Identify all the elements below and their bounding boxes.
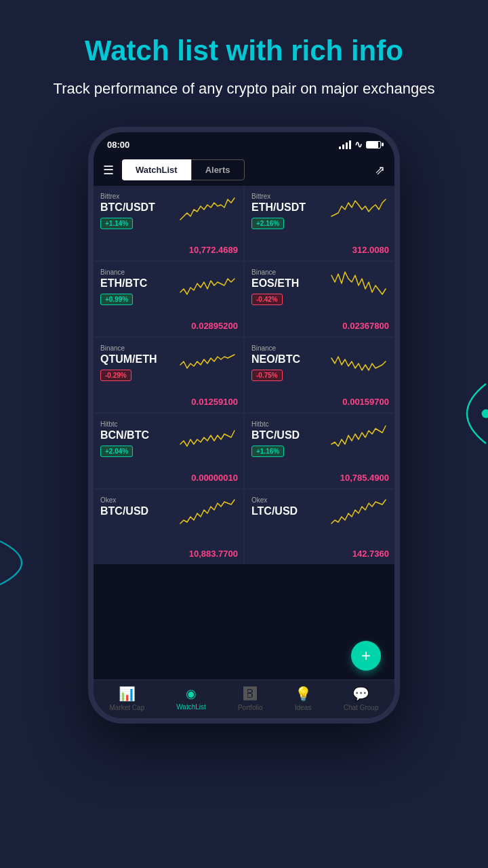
market-cap-label: Market Cap [110, 704, 145, 711]
nav-chat-group[interactable]: 💬 Chat Group [344, 686, 379, 711]
crypto-grid: Bittrex BTC/USDT +1.14% 10,772.4689 Bitt… [94, 186, 394, 564]
watchlist-icon: ◉ [186, 686, 197, 701]
price-value: 0.02895200 [191, 321, 238, 331]
ideas-label: Ideas [295, 704, 311, 711]
nav-portfolio[interactable]: 🅱 Portfolio [238, 686, 263, 711]
hamburger-menu[interactable]: ☰ [103, 163, 114, 178]
price-value: 10,785.4900 [340, 473, 389, 483]
sparkline-chart [177, 193, 238, 223]
sparkline-chart [328, 344, 389, 375]
crypto-card[interactable]: Binance NEO/BTC -0.75% 0.00159700 [245, 338, 394, 412]
crypto-card[interactable]: Okex BTC/USD 10,883.7700 [94, 490, 243, 564]
battery-icon [366, 141, 381, 149]
chat-label: Chat Group [344, 704, 379, 711]
crypto-card[interactable]: Binance QTUM/ETH -0.29% 0.01259100 [94, 338, 243, 412]
ideas-icon: 💡 [295, 686, 312, 702]
sparkline-chart [328, 420, 389, 451]
change-badge: +0.99% [100, 294, 133, 305]
bottom-navigation: 📊 Market Cap ◉ WatchList 🅱 Portfolio 💡 I… [94, 679, 394, 718]
svg-point-0 [482, 410, 488, 418]
price-value: 0.00000010 [191, 473, 238, 483]
page-subtitle: Track performance of any crypto pair on … [27, 79, 461, 100]
nav-market-cap[interactable]: 📊 Market Cap [110, 686, 145, 711]
change-badge: +1.16% [251, 446, 284, 457]
expand-button[interactable]: ⇗ [375, 163, 385, 178]
page-title: Watch list with rich info [27, 34, 461, 68]
crypto-grid-container: Bittrex BTC/USDT +1.14% 10,772.4689 Bitt… [94, 186, 394, 679]
tab-alerts[interactable]: Alerts [191, 159, 245, 180]
price-value: 0.02367800 [342, 321, 389, 331]
crypto-card[interactable]: Hitbtc BCN/BTC +2.04% 0.00000010 [94, 414, 243, 488]
price-value: 10,883.7700 [189, 549, 238, 559]
change-badge: -0.75% [251, 370, 283, 381]
chat-icon: 💬 [352, 686, 369, 702]
crypto-card[interactable]: Bittrex BTC/USDT +1.14% 10,772.4689 [94, 186, 243, 260]
price-value: 312.0080 [352, 245, 389, 255]
price-value: 142.7360 [352, 549, 389, 559]
crypto-card[interactable]: Binance EOS/ETH -0.42% 0.02367800 [245, 262, 394, 336]
portfolio-label: Portfolio [238, 704, 263, 711]
change-badge: +2.16% [251, 218, 284, 229]
change-badge: +1.14% [100, 218, 133, 229]
sparkline-chart [177, 496, 238, 527]
crypto-card[interactable]: Binance ETH/BTC +0.99% 0.02895200 [94, 262, 243, 336]
time-display: 08:00 [107, 140, 129, 150]
change-badge: +2.04% [100, 446, 133, 457]
sparkline-chart [177, 344, 238, 375]
sparkline-chart [328, 269, 389, 299]
price-value: 10,772.4689 [189, 245, 238, 255]
phone-mockup: 08:00 ∿ ☰ Watc [88, 127, 400, 724]
wifi-icon: ∿ [354, 139, 363, 150]
sparkline-chart [328, 496, 389, 527]
add-pair-button[interactable]: + [351, 641, 381, 671]
sparkline-chart [328, 193, 389, 223]
tab-strip: ☰ WatchList Alerts ⇗ [94, 154, 394, 186]
crypto-card[interactable]: Hitbtc BTC/USD +1.16% 10,785.4900 [245, 414, 394, 488]
nav-ideas[interactable]: 💡 Ideas [295, 686, 312, 711]
price-value: 0.01259100 [191, 397, 238, 407]
sparkline-chart [177, 269, 238, 299]
portfolio-icon: 🅱 [243, 686, 257, 702]
nav-watchlist[interactable]: ◉ WatchList [176, 686, 206, 711]
tab-watchlist[interactable]: WatchList [122, 159, 191, 180]
signal-icon [339, 140, 351, 149]
watchlist-nav-label: WatchList [176, 703, 206, 711]
crypto-card[interactable]: Bittrex ETH/USDT +2.16% 312.0080 [245, 186, 394, 260]
crypto-card[interactable]: Okex LTC/USD 142.7360 [245, 490, 394, 564]
change-badge: -0.29% [100, 370, 131, 381]
sparkline-chart [177, 420, 238, 451]
status-bar: 08:00 ∿ [94, 132, 394, 154]
market-cap-icon: 📊 [119, 686, 136, 702]
change-badge: -0.42% [251, 294, 283, 305]
price-value: 0.00159700 [342, 397, 389, 407]
